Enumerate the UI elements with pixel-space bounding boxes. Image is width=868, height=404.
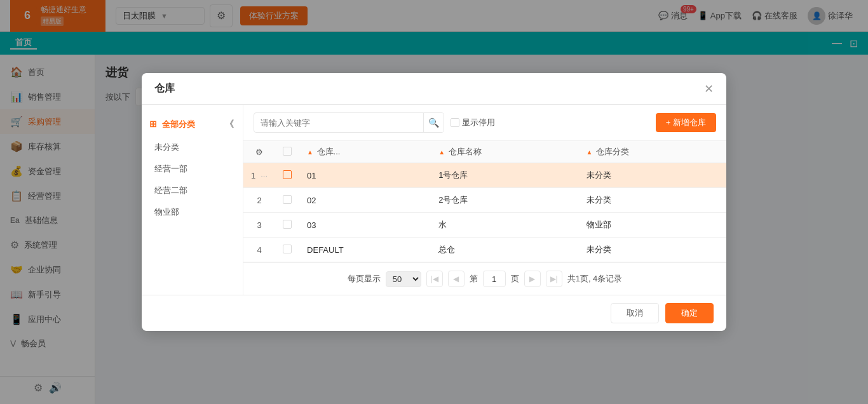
last-page-button[interactable]: ▶| [546, 271, 562, 287]
table-row[interactable]: 2 02 2号仓库 未分类 [243, 188, 726, 213]
category-item-dept1[interactable]: 经营一部 [142, 158, 243, 180]
row-checkbox[interactable] [275, 213, 299, 238]
data-table: ⚙ ▲ 仓库... ▲ [243, 141, 726, 262]
search-box: 🔍 [254, 112, 444, 133]
total-info: 共1页, 4条记录 [567, 273, 623, 285]
row-checkbox[interactable] [275, 238, 299, 262]
row-category: 未分类 [579, 238, 726, 262]
modal-body: ⊞ 全部分类 《 未分类 经营一部 经营二部 物业部 🔍 [142, 105, 726, 295]
col-category: ▲ 仓库分类 [579, 141, 726, 163]
table-toolbar: 🔍 显示停用 + 新增仓库 [243, 105, 726, 141]
table-row[interactable]: 3 03 水 物业部 [243, 213, 726, 238]
modal-title: 仓库 [154, 82, 175, 95]
prev-page-button[interactable]: ◀ [448, 271, 465, 287]
search-input[interactable] [254, 118, 423, 128]
col-name: ▲ 仓库名称 [431, 141, 578, 163]
row-num: 3 [243, 213, 275, 238]
sort-icon: ▲ [307, 149, 313, 156]
row-category: 物业部 [579, 213, 726, 238]
warehouse-modal: 仓库 ✕ ⊞ 全部分类 《 未分类 经营一部 经营二部 物业部 [142, 73, 726, 331]
show-disabled-checkbox[interactable] [451, 118, 459, 127]
show-disabled-label[interactable]: 显示停用 [451, 117, 495, 128]
row-num: 4 [243, 238, 275, 262]
grid-icon: ⊞ [149, 119, 157, 129]
select-all-checkbox[interactable] [283, 147, 292, 156]
search-button[interactable]: 🔍 [423, 112, 444, 133]
table-area: 🔍 显示停用 + 新增仓库 ⚙ [243, 105, 726, 295]
warehouse-table: ⚙ ▲ 仓库... ▲ [243, 141, 726, 262]
category-item-dept2[interactable]: 经营二部 [142, 180, 243, 201]
row-name: 水 [431, 213, 578, 238]
row-code: DEFAULT [299, 238, 431, 262]
confirm-button[interactable]: 确定 [665, 303, 714, 323]
row-name: 2号仓库 [431, 188, 578, 213]
modal-header: 仓库 ✕ [142, 73, 726, 105]
sort-name-icon: ▲ [438, 149, 445, 156]
row-name: 1号仓库 [431, 163, 578, 188]
col-code: ▲ 仓库... [299, 141, 431, 163]
category-header[interactable]: ⊞ 全部分类 《 [142, 112, 243, 137]
modal-footer: 取消 确定 [142, 295, 726, 331]
col-settings-icon: ⚙ [255, 147, 263, 157]
row-category: 未分类 [579, 188, 726, 213]
sort-cat-icon: ▲ [587, 149, 593, 156]
modal-close-button[interactable]: ✕ [704, 83, 714, 95]
row-actions-icon[interactable]: ··· [261, 171, 268, 180]
row-checkbox[interactable] [275, 188, 299, 213]
table-row[interactable]: 1··· 01 1号仓库 未分类 [243, 163, 726, 188]
row-code: 03 [299, 213, 431, 238]
row-code: 01 [299, 163, 431, 188]
col-checkbox [275, 141, 299, 163]
table-header-row: ⚙ ▲ 仓库... ▲ [243, 141, 726, 163]
page-size-select[interactable]: 50 100 [386, 271, 421, 287]
row-checkbox[interactable] [275, 163, 299, 188]
row-category: 未分类 [579, 163, 726, 188]
category-sidebar: ⊞ 全部分类 《 未分类 经营一部 经营二部 物业部 [142, 105, 243, 295]
page-number-input[interactable] [483, 271, 506, 287]
cancel-button[interactable]: 取消 [611, 303, 659, 323]
modal-overlay: 仓库 ✕ ⊞ 全部分类 《 未分类 经营一部 经营二部 物业部 [0, 0, 868, 404]
col-settings: ⚙ [243, 141, 275, 163]
row-code: 02 [299, 188, 431, 213]
next-page-button[interactable]: ▶ [524, 271, 541, 287]
row-name: 总仓 [431, 238, 578, 262]
add-warehouse-button[interactable]: + 新增仓库 [656, 113, 716, 132]
category-item-unclassified[interactable]: 未分类 [142, 137, 243, 158]
row-num: 2 [243, 188, 275, 213]
first-page-button[interactable]: |◀ [426, 271, 443, 287]
pagination-bar: 每页显示 50 100 |◀ ◀ 第 页 ▶ ▶| 共1页, 4条记录 [243, 262, 726, 295]
collapse-category-button[interactable]: 《 [224, 118, 235, 131]
category-item-property[interactable]: 物业部 [142, 201, 243, 223]
row-num: 1··· [243, 163, 275, 188]
table-row[interactable]: 4 DEFAULT 总仓 未分类 [243, 238, 726, 262]
